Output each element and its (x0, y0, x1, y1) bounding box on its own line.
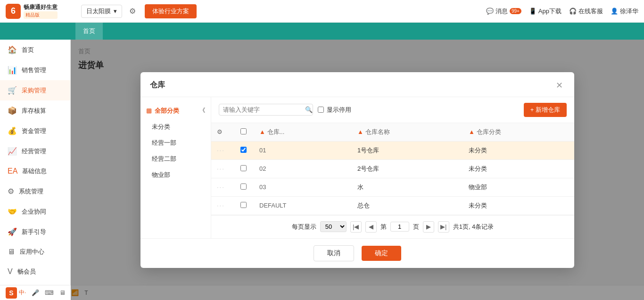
finance-icon: 💰 (8, 126, 17, 135)
add-warehouse-button[interactable]: + 新增仓库 (524, 103, 567, 117)
search-box: 🔍 (219, 104, 313, 116)
per-page-label: 每页显示 (292, 223, 316, 231)
sidebar-label-system: 系统管理 (19, 187, 43, 196)
row-checkbox[interactable] (235, 196, 254, 215)
show-disabled-label[interactable]: 显示停用 (318, 106, 351, 114)
table-row[interactable]: ··· 02 2号仓库 未分类 (211, 159, 574, 178)
sidebar-item-system[interactable]: ⚙ 系统管理 (0, 181, 70, 201)
row-name: 1号仓库 (352, 141, 463, 159)
top-header: 6 畅康通好生意 精品版 日太阳膜 ▾ ⚙ 体验行业方案 💬 消息 99+ 📱 … (0, 0, 644, 23)
online-service-button[interactable]: 🎧 在线客服 (569, 7, 603, 16)
row-category: 未分类 (463, 196, 574, 215)
th-settings: ⚙ (211, 123, 235, 142)
search-input[interactable] (223, 106, 302, 113)
row-checkbox[interactable] (235, 178, 254, 196)
bottom-keyboard-icon: ⌨ (45, 289, 54, 296)
sidebar-item-basic-info[interactable]: EA 基础信息 (0, 161, 70, 181)
logo-text: 畅康通好生意 精品版 (24, 3, 58, 19)
sidebar-label-enterprise: 企业协同 (22, 208, 46, 216)
category-operations-1[interactable]: 经营一部 (140, 135, 211, 151)
row-more[interactable]: ··· (211, 178, 235, 196)
message-label: 消息 (495, 7, 508, 16)
modal-body: ⊞ 全部分类 《 未分类 经营一部 经营二部 物业部 🔍 (140, 97, 574, 238)
settings-button[interactable]: ⚙ (125, 4, 140, 19)
total-info: 共1页, 4条记录 (453, 223, 494, 231)
sidebar-item-vip[interactable]: V 畅会员 (0, 262, 70, 282)
app-badge: 精品版 (24, 11, 58, 19)
app-download-button[interactable]: 📱 App下载 (529, 7, 561, 16)
search-icon[interactable]: 🔍 (305, 106, 313, 113)
row-name: 总仓 (352, 196, 463, 215)
sidebar-item-finance[interactable]: 💰 资金管理 (0, 121, 70, 141)
sidebar-item-enterprise[interactable]: 🤝 企业协同 (0, 201, 70, 222)
service-label: 在线客服 (578, 7, 603, 16)
confirm-button[interactable]: 确定 (362, 246, 401, 261)
sidebar-label-finance: 资金管理 (22, 127, 46, 135)
inventory-icon: 📦 (8, 106, 17, 115)
table-row[interactable]: ··· DEFAULT 总仓 未分类 (211, 196, 574, 215)
app-icon: 📱 (529, 8, 537, 15)
row-more[interactable]: ··· (211, 159, 235, 178)
page-number-input[interactable] (390, 222, 409, 232)
store-selector[interactable]: 日太阳膜 ▾ (81, 5, 122, 18)
logo-area: 6 畅康通好生意 精品版 (6, 3, 76, 19)
select-all-checkbox[interactable] (240, 128, 247, 134)
row-select-checkbox[interactable] (240, 165, 247, 171)
category-operations-2[interactable]: 经营二部 (140, 151, 211, 167)
user-profile-button[interactable]: 👤 徐泽华 (611, 7, 638, 16)
message-icon: 💬 (486, 8, 494, 15)
category-unclassified[interactable]: 未分类 (140, 119, 211, 135)
messages-button[interactable]: 💬 消息 99+ (486, 7, 521, 16)
system-icon: ⚙ (8, 187, 14, 196)
s-logo-icon: S (6, 287, 17, 299)
category-all-header[interactable]: ⊞ 全部分类 《 (140, 103, 211, 119)
cancel-button[interactable]: 取消 (314, 245, 354, 261)
row-select-checkbox[interactable] (240, 147, 247, 153)
row-code: 01 (254, 141, 352, 159)
main-content: 首页 进货单 仓库 ✕ ⊞ 全部分类 《 未分类 (71, 40, 644, 300)
sidebar-item-purchase[interactable]: 🛒 采购管理 (0, 80, 70, 100)
row-select-checkbox[interactable] (240, 202, 247, 208)
sidebar-item-operations[interactable]: 📈 经营管理 (0, 141, 70, 161)
th-checkbox (235, 123, 254, 142)
collapse-button[interactable]: 《 (199, 107, 205, 115)
try-industry-button[interactable]: 体验行业方案 (145, 4, 197, 18)
row-more[interactable]: ··· (211, 196, 235, 215)
sidebar-item-guide[interactable]: 🚀 新手引导 (0, 222, 70, 242)
row-more[interactable]: ··· (211, 141, 235, 159)
app-label: App下载 (538, 7, 561, 16)
th-category: ▲ 仓库分类 (463, 123, 574, 142)
table-row[interactable]: ··· 01 1号仓库 未分类 (211, 141, 574, 159)
row-select-checkbox[interactable] (240, 183, 247, 190)
sidebar-item-home[interactable]: 🏠 首页 (0, 40, 70, 60)
row-name: 2号仓库 (352, 159, 463, 178)
warehouse-modal: 仓库 ✕ ⊞ 全部分类 《 未分类 经营一部 经营二部 物业部 (140, 72, 574, 268)
purchase-icon: 🛒 (8, 86, 17, 95)
sidebar-item-app-center[interactable]: 🖥 应用中心 (0, 242, 70, 262)
last-page-button[interactable]: ▶| (438, 221, 449, 233)
app-name: 畅康通好生意 (24, 3, 58, 11)
row-code: 03 (254, 178, 352, 196)
row-category: 物业部 (463, 178, 574, 196)
sidebar-label-guide: 新手引导 (22, 228, 46, 236)
bottom-logo-text: 中· (19, 289, 26, 297)
header-right: 💬 消息 99+ 📱 App下载 🎧 在线客服 👤 徐泽华 (486, 7, 638, 16)
table-panel: 🔍 显示停用 + 新增仓库 ⚙ (211, 97, 574, 238)
headset-icon: 🎧 (569, 8, 577, 15)
first-page-button[interactable]: |◀ (350, 221, 362, 233)
prev-page-button[interactable]: ◀ (365, 221, 377, 233)
row-name: 水 (352, 178, 463, 196)
per-page-select[interactable]: 50 20 100 (320, 221, 347, 232)
row-checkbox[interactable] (235, 141, 254, 159)
row-checkbox[interactable] (235, 159, 254, 178)
nav-home[interactable]: 首页 (75, 23, 103, 40)
show-disabled-checkbox[interactable] (318, 107, 324, 113)
category-property[interactable]: 物业部 (140, 167, 211, 183)
sidebar-item-inventory[interactable]: 📦 库存核算 (0, 100, 70, 121)
sidebar-item-sales[interactable]: 📊 销售管理 (0, 60, 70, 80)
table-row[interactable]: ··· 03 水 物业部 (211, 178, 574, 196)
next-page-button[interactable]: ▶ (423, 221, 434, 233)
bottom-mic-icon: 🎤 (32, 289, 39, 296)
operations-icon: 📈 (8, 147, 17, 156)
modal-close-button[interactable]: ✕ (553, 80, 565, 91)
